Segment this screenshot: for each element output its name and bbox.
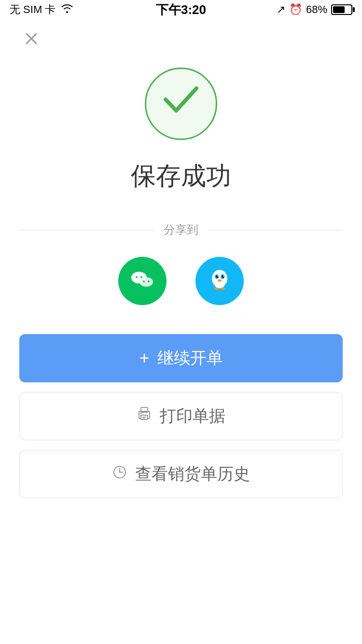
continue-label: 继续开单	[157, 347, 223, 369]
checkmark-icon	[162, 83, 200, 123]
wechat-share-button[interactable]	[118, 257, 167, 305]
svg-point-13	[216, 276, 219, 278]
svg-point-26	[140, 413, 142, 414]
print-button[interactable]: 打印单据	[19, 392, 343, 440]
history-label: 查看销货单历史	[135, 463, 250, 485]
alarm-icon: ⏰	[289, 3, 302, 16]
battery-percent: 68%	[306, 3, 327, 16]
success-title: 保存成功	[131, 159, 231, 193]
status-bar: 无 SIM 卡 下午3:20 ↗ ⏰ 68%	[0, 0, 362, 19]
svg-point-5	[136, 276, 138, 278]
status-left: 无 SIM 卡	[10, 2, 74, 17]
svg-point-16	[223, 276, 224, 277]
svg-point-18	[215, 282, 224, 288]
status-time: 下午3:20	[156, 1, 206, 18]
history-icon	[112, 464, 127, 484]
svg-point-15	[217, 276, 218, 277]
svg-rect-25	[142, 418, 145, 419]
svg-point-14	[222, 276, 224, 278]
no-sim-text: 无 SIM 卡	[10, 2, 56, 17]
svg-point-17	[218, 280, 222, 282]
main-content: 保存成功 分享到	[0, 19, 362, 498]
divider-left	[19, 230, 154, 230]
action-buttons: + 继续开单 打印单据	[0, 334, 362, 498]
divider-right	[208, 230, 343, 230]
battery-icon	[331, 4, 352, 15]
print-icon	[137, 406, 152, 426]
svg-point-8	[143, 280, 145, 282]
share-divider: 分享到	[0, 222, 362, 238]
continue-button[interactable]: + 继续开单	[19, 334, 343, 382]
svg-point-20	[220, 288, 225, 290]
wifi-icon	[60, 3, 74, 16]
location-icon: ↗	[277, 3, 285, 16]
svg-point-19	[214, 288, 219, 290]
status-right: ↗ ⏰ 68%	[277, 3, 352, 16]
close-button[interactable]	[19, 27, 43, 51]
svg-point-6	[140, 276, 142, 278]
svg-point-9	[148, 280, 150, 282]
qq-share-button[interactable]	[195, 257, 244, 305]
success-icon-circle	[145, 68, 217, 140]
share-label: 分享到	[154, 222, 208, 238]
svg-point-7	[139, 277, 153, 287]
print-label: 打印单据	[160, 405, 225, 427]
history-button[interactable]: 查看销货单历史	[19, 450, 343, 498]
plus-icon: +	[139, 348, 149, 368]
share-icons	[118, 257, 244, 305]
svg-rect-24	[142, 417, 146, 418]
